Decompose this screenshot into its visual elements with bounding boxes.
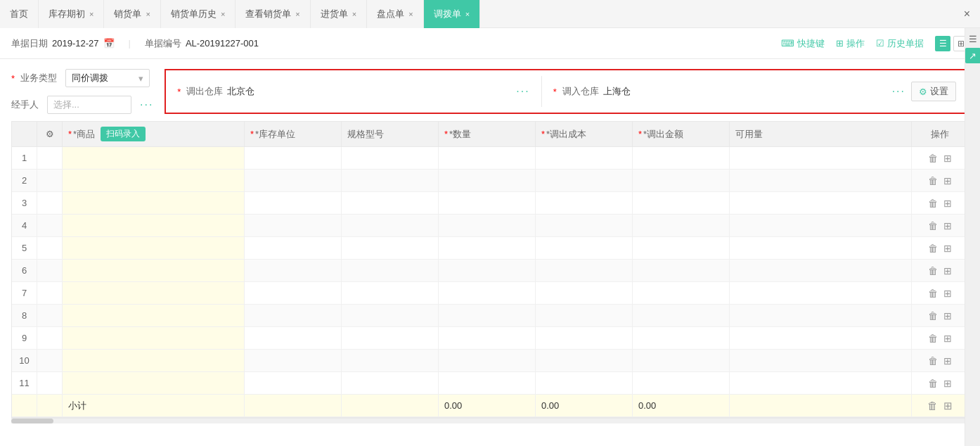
handler-more-button[interactable]: ··· — [140, 98, 153, 111]
row-copy-icon-5[interactable]: ⊞ — [943, 243, 952, 254]
row-amount-7[interactable] — [633, 282, 730, 304]
row-copy-icon-10[interactable]: ⊞ — [943, 355, 952, 367]
row-cost-2[interactable] — [536, 170, 633, 191]
row-trash-icon-11[interactable]: 🗑 — [928, 378, 938, 389]
row-cost-6[interactable] — [536, 260, 633, 281]
row-trash-icon-5[interactable]: 🗑 — [928, 243, 938, 254]
tab-inventory-check-close[interactable]: × — [408, 10, 413, 18]
row-amount-11[interactable] — [633, 372, 730, 394]
row-product-10[interactable] — [63, 350, 245, 371]
row-product-11[interactable] — [63, 372, 245, 394]
row-unit-4[interactable] — [245, 215, 342, 236]
row-amount-6[interactable] — [633, 260, 730, 281]
row-trash-icon-2[interactable]: 🗑 — [928, 175, 938, 186]
row-unit-11[interactable] — [245, 372, 342, 394]
row-qty-5[interactable] — [439, 237, 536, 259]
row-spec-4[interactable] — [342, 215, 439, 236]
row-spec-5[interactable] — [342, 237, 439, 259]
operation-button[interactable]: ⊞ 操作 — [836, 37, 865, 50]
row-cost-7[interactable] — [536, 282, 633, 304]
view-list-button[interactable]: ☰ — [935, 36, 950, 51]
window-close-button[interactable]: × — [954, 0, 980, 28]
calendar-icon[interactable]: 📅 — [103, 38, 115, 49]
row-unit-9[interactable] — [245, 327, 342, 349]
row-copy-icon-4[interactable]: ⊞ — [943, 220, 952, 231]
row-unit-8[interactable] — [245, 305, 342, 326]
row-cost-5[interactable] — [536, 237, 633, 259]
row-spec-10[interactable] — [342, 350, 439, 371]
shortcut-button[interactable]: ⌨ 快捷键 — [781, 37, 825, 50]
row-product-1[interactable] — [63, 147, 245, 169]
row-product-8[interactable] — [63, 305, 245, 326]
row-amount-4[interactable] — [633, 215, 730, 236]
sidebar-export-icon[interactable]: ↗ — [965, 48, 981, 63]
row-trash-icon-8[interactable]: 🗑 — [928, 310, 938, 321]
row-product-2[interactable] — [63, 170, 245, 191]
row-qty-4[interactable] — [439, 215, 536, 236]
row-qty-1[interactable] — [439, 147, 536, 169]
row-copy-icon-8[interactable]: ⊞ — [943, 310, 952, 321]
history-button[interactable]: ☑ 历史单据 — [876, 37, 924, 50]
subtotal-copy-icon[interactable]: ⊞ — [943, 400, 953, 412]
row-unit-7[interactable] — [245, 282, 342, 304]
scan-button[interactable]: 扫码录入 — [101, 127, 146, 141]
row-trash-icon-4[interactable]: 🗑 — [928, 220, 938, 231]
row-spec-7[interactable] — [342, 282, 439, 304]
row-trash-icon-10[interactable]: 🗑 — [928, 355, 938, 367]
tab-view-sales[interactable]: 查看销货单 × — [236, 0, 310, 28]
row-cost-8[interactable] — [536, 305, 633, 326]
row-spec-6[interactable] — [342, 260, 439, 281]
row-spec-11[interactable] — [342, 372, 439, 394]
row-qty-9[interactable] — [439, 327, 536, 349]
row-unit-1[interactable] — [245, 147, 342, 169]
in-warehouse-more-button[interactable]: ··· — [892, 85, 905, 98]
sidebar-list-icon[interactable]: ☰ — [965, 31, 981, 46]
row-unit-6[interactable] — [245, 260, 342, 281]
row-cost-4[interactable] — [536, 215, 633, 236]
tab-sales-order[interactable]: 销货单 × — [104, 0, 160, 28]
row-product-7[interactable] — [63, 282, 245, 304]
tab-home[interactable]: 首页 — [0, 0, 39, 28]
row-amount-3[interactable] — [633, 192, 730, 214]
row-qty-7[interactable] — [439, 282, 536, 304]
row-amount-5[interactable] — [633, 237, 730, 259]
tab-inventory-check[interactable]: 盘点单 × — [367, 0, 423, 28]
row-copy-icon-9[interactable]: ⊞ — [943, 333, 952, 344]
settings-button[interactable]: ⚙ 设置 — [911, 82, 956, 101]
row-qty-3[interactable] — [439, 192, 536, 214]
row-trash-icon-9[interactable]: 🗑 — [928, 333, 938, 344]
row-spec-3[interactable] — [342, 192, 439, 214]
tab-purchase-close[interactable]: × — [352, 10, 356, 18]
row-unit-10[interactable] — [245, 350, 342, 371]
business-type-select[interactable]: 同价调拨 ▾ — [65, 69, 150, 87]
row-copy-icon-1[interactable]: ⊞ — [943, 153, 952, 164]
row-amount-9[interactable] — [633, 327, 730, 349]
horizontal-scrollbar[interactable] — [11, 418, 969, 423]
row-amount-10[interactable] — [633, 350, 730, 371]
row-qty-6[interactable] — [439, 260, 536, 281]
row-spec-2[interactable] — [342, 170, 439, 191]
row-trash-icon-1[interactable]: 🗑 — [928, 153, 938, 164]
row-product-3[interactable] — [63, 192, 245, 214]
tab-sales-history-close[interactable]: × — [221, 10, 225, 18]
scrollbar-thumb[interactable] — [11, 419, 53, 423]
row-spec-8[interactable] — [342, 305, 439, 326]
row-unit-3[interactable] — [245, 192, 342, 214]
row-qty-11[interactable] — [439, 372, 536, 394]
row-trash-icon-3[interactable]: 🗑 — [928, 198, 938, 209]
tab-inventory-init[interactable]: 库存期初 × — [39, 0, 104, 28]
row-trash-icon-6[interactable]: 🗑 — [928, 265, 938, 276]
row-amount-8[interactable] — [633, 305, 730, 326]
row-amount-1[interactable] — [633, 147, 730, 169]
handler-select[interactable]: 选择... — [47, 96, 131, 114]
header-settings[interactable]: ⚙ — [37, 122, 63, 146]
tab-transfer-close[interactable]: × — [465, 10, 470, 18]
tab-transfer[interactable]: 调拨单 × — [424, 0, 480, 28]
row-qty-8[interactable] — [439, 305, 536, 326]
tab-sales-history[interactable]: 销货单历史 × — [161, 0, 236, 28]
row-copy-icon-7[interactable]: ⊞ — [943, 288, 952, 299]
tab-inventory-init-close[interactable]: × — [89, 10, 94, 18]
row-product-4[interactable] — [63, 215, 245, 236]
row-copy-icon-2[interactable]: ⊞ — [943, 175, 952, 186]
row-qty-10[interactable] — [439, 350, 536, 371]
